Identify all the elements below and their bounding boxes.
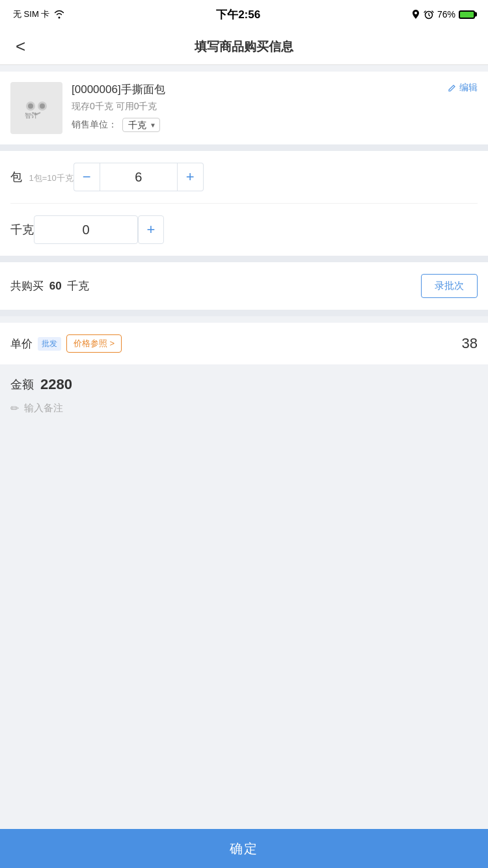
kg-label: 千克 [10, 223, 34, 236]
price-section: 单价 批发 价格参照 > 38 [0, 323, 488, 364]
price-left: 单价 批发 价格参照 > [10, 334, 122, 353]
bao-hint: 1包=10千克 [29, 173, 73, 183]
price-type-badge: 批发 [38, 337, 61, 351]
pencil-icon: ✏ [10, 402, 19, 414]
total-text-group: 共购买 60 千克 [10, 278, 89, 293]
kg-controls: + [34, 215, 164, 244]
edit-icon [448, 83, 457, 92]
kg-quantity-row: 千克 + [10, 204, 478, 256]
bao-input[interactable] [100, 163, 178, 191]
status-bar: 无 SIM 卡 下午2:56 76% [0, 0, 488, 29]
bao-label-group: 包 1包=10千克 [10, 169, 74, 185]
status-right: 76% [411, 9, 475, 20]
battery-percent: 76% [437, 9, 455, 20]
wifi-icon [53, 10, 65, 19]
amount-section: 金额 2280 ✏ 输入备注 [0, 364, 488, 829]
status-carrier: 无 SIM 卡 [13, 8, 65, 20]
svg-point-4 [40, 103, 45, 109]
price-value: 38 [462, 335, 478, 352]
svg-text:智计: 智计 [25, 112, 38, 119]
unit-select-wrapper[interactable]: 千克 包 [122, 118, 160, 132]
edit-button[interactable]: 编辑 [448, 82, 478, 94]
bao-minus-button[interactable]: − [74, 163, 100, 191]
bao-plus-button[interactable]: + [178, 163, 204, 191]
kg-plus-button[interactable]: + [138, 215, 164, 244]
total-amount: 60 [49, 280, 62, 292]
nav-bar: < 填写商品购买信息 [0, 29, 488, 65]
amount-label: 金额 [10, 377, 34, 392]
bao-controls: − + [74, 163, 204, 191]
batch-button[interactable]: 录批次 [421, 274, 478, 298]
separator-3 [0, 310, 488, 316]
product-card: 智计 [0000006]手撕面包 现存0千克 可用0千克 销售单位： 千克 包 … [0, 72, 488, 144]
price-ref-button[interactable]: 价格参照 > [66, 334, 122, 353]
battery-icon [459, 10, 475, 19]
kg-input[interactable] [34, 215, 138, 244]
confirm-button[interactable]: 确定 [0, 829, 488, 868]
bao-label: 包 [10, 170, 22, 183]
page-title: 填写商品购买信息 [195, 38, 293, 55]
svg-point-3 [28, 103, 33, 109]
product-name: [0000006]手撕面包 [72, 82, 478, 97]
product-stock: 现存0千克 可用0千克 [72, 101, 478, 113]
product-info: [0000006]手撕面包 现存0千克 可用0千克 销售单位： 千克 包 [72, 82, 478, 132]
total-label: 共购买 60 千克 [10, 280, 89, 292]
product-logo: 智计 [21, 93, 52, 124]
separator-1 [0, 144, 488, 151]
unit-label: 销售单位： [72, 119, 117, 131]
carrier-text: 无 SIM 卡 [13, 8, 49, 20]
quantity-section: 包 1包=10千克 − + 千克 + [0, 151, 488, 256]
location-icon [411, 9, 420, 20]
price-label: 单价 [10, 336, 33, 351]
amount-row: 金额 2280 [10, 376, 478, 393]
alarm-icon [424, 9, 434, 20]
amount-value: 2280 [40, 376, 72, 393]
back-button[interactable]: < [10, 31, 31, 62]
note-row[interactable]: ✏ 输入备注 [10, 402, 478, 414]
product-unit-row: 销售单位： 千克 包 [72, 118, 478, 132]
total-section: 共购买 60 千克 录批次 [0, 262, 488, 310]
note-placeholder[interactable]: 输入备注 [24, 402, 63, 414]
bao-quantity-row: 包 1包=10千克 − + [10, 151, 478, 204]
separator-2 [0, 256, 488, 262]
kg-label-group: 千克 [10, 222, 34, 237]
product-image: 智计 [10, 82, 62, 134]
status-time: 下午2:56 [216, 7, 260, 22]
unit-select[interactable]: 千克 包 [122, 118, 160, 132]
